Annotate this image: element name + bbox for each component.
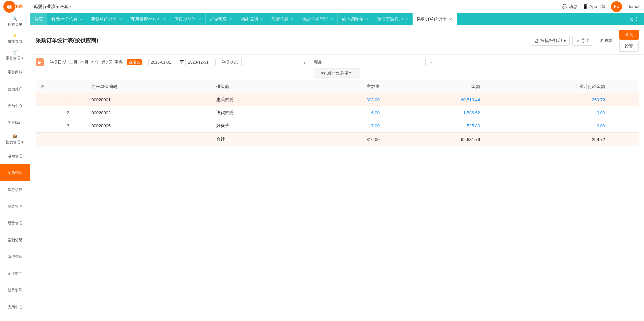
sidebar-item-purchase[interactable]: 采购管理: [0, 164, 30, 181]
expand-toggle-area: ▾▾ 展开更多条件: [36, 68, 639, 78]
date-to-input[interactable]: [185, 59, 216, 66]
sidebar-item-basic[interactable]: 基础信息: [0, 231, 30, 248]
sidebar-item-search[interactable]: 🔍 搜索英单: [0, 13, 30, 30]
td-amount-1[interactable]: 60,519.44: [384, 93, 484, 106]
status-select[interactable]: [241, 58, 308, 66]
chevron-down-icon: ▾: [70, 4, 72, 9]
footer-empty-1: [36, 132, 49, 146]
user-avatar[interactable]: Ea: [611, 1, 622, 12]
date-from-input[interactable]: [148, 59, 178, 66]
shortcut-this-year[interactable]: 本年: [91, 59, 99, 65]
query-button[interactable]: 查询: [619, 30, 639, 40]
close-icon[interactable]: ✕: [79, 17, 83, 22]
close-icon[interactable]: ✕: [119, 17, 122, 22]
app-download-button[interactable]: 📱 App下载: [583, 4, 606, 10]
sidebar-item-marketing[interactable]: 营销推广: [0, 81, 30, 97]
td-paid-amount-3[interactable]: 0.00: [484, 119, 609, 133]
td-paid-amount-2[interactable]: 0.00: [484, 106, 609, 119]
close-icon[interactable]: ✕: [405, 17, 408, 22]
sidebar-item-quicknav[interactable]: ⚡ 快捷导航: [0, 30, 30, 47]
maximize-icon[interactable]: ⛶: [636, 16, 641, 22]
org-name: 母婴行业演示账套: [34, 4, 68, 10]
settings-button[interactable]: 设置: [619, 41, 639, 52]
filter-toggle-button[interactable]: ▶: [36, 58, 44, 66]
sidebar-item-retail[interactable]: 🛒 零售管理 ▲: [0, 47, 30, 64]
td-qty-3[interactable]: 7.00: [306, 119, 384, 133]
user-name: demo2: [627, 4, 641, 9]
status-select-wrapper: [241, 58, 308, 66]
status-filter-label: 单据状态: [221, 59, 238, 65]
sidebar-item-system[interactable]: 系统管理: [0, 248, 30, 265]
message-icon: 💬: [562, 4, 567, 9]
sidebar-item-inventory[interactable]: 库存核算: [0, 181, 30, 198]
close-icon[interactable]: ✕: [291, 17, 294, 22]
sidebar-item-enterprise[interactable]: 企业协同: [0, 265, 30, 282]
tab-available-inventory[interactable]: 可用量库存账本 ✕: [126, 13, 170, 25]
shortcut-7days[interactable]: 近7天: [101, 59, 112, 65]
retail-icon: 🛒: [12, 50, 17, 55]
sidebar-item-finance[interactable]: 资金管理: [0, 198, 30, 215]
tab-overstock-warning[interactable]: 超储预警 ✕: [206, 13, 236, 25]
td-qty-1[interactable]: 303.00: [306, 93, 384, 106]
close-all-icon[interactable]: ✕: [629, 16, 633, 23]
guide-label: 新手引导: [8, 288, 22, 293]
sidebar-item-retail-shop[interactable]: 零售商城: [0, 64, 30, 81]
sidebar-item-wechat[interactable]: 企业微信: [0, 315, 30, 321]
shortcut-more[interactable]: 更多: [114, 59, 123, 65]
sidebar-item-member[interactable]: 会员中心: [0, 97, 30, 114]
close-icon[interactable]: ✕: [330, 17, 333, 22]
td-supplier-name-1: 惠氏奶粉: [212, 93, 306, 106]
tab-picking-task[interactable]: 拣货任务管理 ✕: [298, 13, 338, 25]
footer-amount: 62,631.76: [384, 132, 484, 146]
sidebar-label-search: 搜索英单: [8, 22, 22, 27]
sidebar-item-retail-stats[interactable]: 零售统计: [0, 114, 30, 131]
table-header: ⚙ 往来单位编码 供应商 主数量 金额 累计付款金额: [36, 80, 639, 93]
custom-tag: 自定义: [127, 59, 142, 65]
sidebar-item-guide[interactable]: 新手引导: [0, 282, 30, 299]
goods-more-icon[interactable]: ···: [428, 60, 432, 65]
close-icon[interactable]: ✕: [198, 17, 201, 22]
close-icon[interactable]: ✕: [229, 17, 232, 22]
org-selector[interactable]: 母婴行业演示账套 ▾: [34, 4, 562, 10]
tab-invite-downstream[interactable]: 邀请下游客户 ✕: [373, 13, 413, 25]
td-qty-2[interactable]: 6.00: [306, 106, 384, 119]
close-icon[interactable]: ✕: [449, 17, 452, 22]
goods-input[interactable]: [325, 58, 426, 66]
expand-more-button[interactable]: ▾▾ 展开更多条件: [314, 68, 360, 78]
sidebar-item-operations[interactable]: 经营管理: [0, 215, 30, 231]
refresh-button[interactable]: ↺ 刷新: [596, 36, 616, 45]
sidebar-item-ecommerce[interactable]: 电商管理: [0, 148, 30, 164]
tab-purchase-order-stats[interactable]: 采购订单统计表 ✕: [413, 13, 457, 25]
tab-cost-adjust[interactable]: 成本调整单 ✕: [338, 13, 373, 25]
tab-home[interactable]: 首页: [30, 13, 47, 25]
column-settings-icon[interactable]: ⚙: [40, 84, 45, 89]
td-seq-1: 1: [49, 93, 87, 106]
tab-warranty[interactable]: 保质期查询 ✕: [170, 13, 206, 25]
message-button[interactable]: 💬 消息: [562, 4, 577, 10]
refresh-icon: ↺: [599, 38, 603, 43]
th-seq: [49, 80, 87, 93]
export-button[interactable]: ↗ 导出: [572, 36, 593, 46]
filter-panel: ▶ 单据日期 上月 本月 本年 近7天 更多 自定义: [30, 55, 644, 80]
tab-function-desc[interactable]: 功能说明 ✕: [236, 13, 267, 25]
close-icon[interactable]: ✕: [366, 17, 369, 22]
shortcut-this-month[interactable]: 本月: [80, 59, 89, 65]
template-print-button[interactable]: 🖨 按模板打印 ▾: [531, 36, 570, 46]
goods-filter-section: 商品 ···: [314, 58, 432, 66]
tab-receive-summary[interactable]: 收发存汇总表 ✕: [47, 13, 87, 25]
close-icon[interactable]: ✕: [260, 17, 263, 22]
sidebar-item-wholesale[interactable]: 📦 批发管理 ▼: [0, 131, 30, 148]
page-header: 采购订单统计表(按供应商) 🖨 按模板打印 ▾ ↗ 导出 ↺: [30, 25, 644, 55]
close-icon[interactable]: ✕: [163, 17, 166, 22]
retail-shop-label: 零售商城: [8, 70, 22, 75]
tab-config-info[interactable]: 配置信息 ✕: [267, 13, 298, 25]
td-empty-1: [609, 93, 639, 106]
shortcut-last-month[interactable]: 上月: [69, 59, 78, 65]
tab-order-stats[interactable]: 要货单统计表 ✕: [87, 13, 126, 25]
td-amount-2[interactable]: 1,586.52: [384, 106, 484, 119]
td-amount-3[interactable]: 525.80: [384, 119, 484, 133]
th-settings[interactable]: ⚙: [36, 80, 49, 93]
sidebar-item-appcenter[interactable]: 应用中心: [0, 299, 30, 315]
td-paid-amount-1[interactable]: 259.72: [484, 93, 609, 106]
basic-label: 基础信息: [8, 237, 22, 243]
